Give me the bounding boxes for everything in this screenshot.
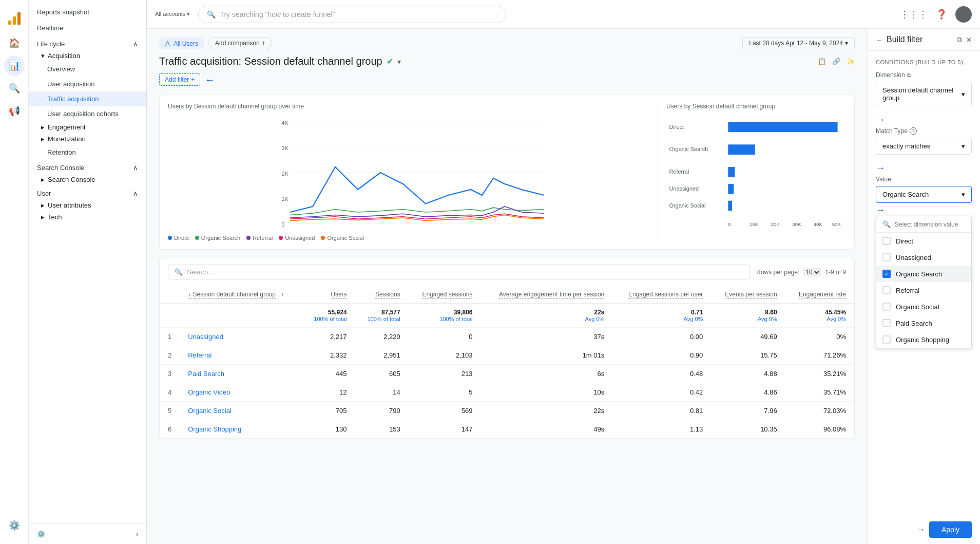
nav-settings-icon[interactable]: ⚙️ [4, 515, 25, 536]
th-engagement-rate[interactable]: Engagement rate [785, 286, 854, 304]
cell-avg-engagement: 22s [481, 402, 612, 420]
share-icon[interactable]: 🔗 [832, 58, 840, 65]
search-bar[interactable]: 🔍 Try searching "how to create funnel" [198, 6, 506, 23]
topbar: All accounts ▾ 🔍 Try searching "how to c… [147, 0, 980, 29]
nav-advertising-icon[interactable]: 📢 [4, 101, 25, 121]
dropdown-search-box[interactable]: 🔍 [876, 216, 971, 233]
checkbox-direct[interactable] [882, 237, 891, 245]
sidebar-item-traffic-acquisition[interactable]: Traffic acquisition [29, 91, 146, 106]
th-channel[interactable]: ↓ Session default channel group + [180, 286, 301, 304]
apply-button[interactable]: Apply [929, 521, 972, 538]
title-actions: 📋 🔗 ✨ [818, 58, 855, 65]
cell-avg-engagement: 6s [481, 365, 612, 383]
th-add-dimension-icon[interactable]: + [280, 291, 284, 298]
sidebar-item-overview[interactable]: Overview [29, 62, 146, 77]
filter-matchtype-select[interactable]: exactly matches ▾ [876, 138, 972, 155]
nav-explore-icon[interactable]: 🔍 [4, 78, 25, 99]
dropdown-item-organic-social[interactable]: Organic Social [876, 298, 971, 315]
rows-per-page-select[interactable]: 10 25 50 [803, 268, 821, 276]
date-range-picker[interactable]: Last 28 days Apr 12 - May 9, 2024 ▾ [742, 37, 855, 49]
checkbox-organic-social[interactable] [882, 303, 891, 311]
panel-body: CONDITIONS (BUILD UP TO 5) Dimension ⧉ S… [868, 51, 980, 515]
th-events-per-session[interactable]: Events per session [711, 286, 785, 304]
dropdown-item-unassigned[interactable]: Unassigned [876, 249, 971, 266]
sidebar-item-search-console[interactable]: ▸ Search Console [29, 174, 146, 185]
nav-reports-icon[interactable]: 📊 [4, 55, 25, 76]
dropdown-search-icon: 🔍 [882, 220, 891, 228]
segment-badge[interactable]: A All Users [159, 37, 204, 49]
panel-back-button[interactable]: ← [876, 36, 882, 44]
th-users[interactable]: Users [301, 286, 355, 304]
all-accounts-label[interactable]: All accounts ▾ [155, 11, 190, 17]
filter-value-select[interactable]: Organic Search ▾ [876, 186, 972, 203]
th-engaged-sessions[interactable]: Engaged sessions [409, 286, 481, 304]
dropdown-item-paid-search[interactable]: Paid Search [876, 315, 971, 331]
sidebar-item-engagement[interactable]: ▸ Engagement [29, 121, 146, 133]
cell-channel[interactable]: Organic Video [180, 383, 301, 402]
th-sessions[interactable]: Sessions [355, 286, 409, 304]
add-comparison-button[interactable]: Add comparison + [208, 37, 272, 49]
chart-divider [658, 103, 658, 241]
sidebar-section-search-console[interactable]: Search Console ∧ [29, 160, 146, 174]
cell-engaged-per-user: 1.13 [612, 420, 711, 439]
add-filter-button[interactable]: Add filter + [159, 73, 200, 86]
table-row: 5 Organic Social 705 790 569 22s 0.81 7.… [160, 402, 854, 420]
cell-sessions: 790 [355, 402, 409, 420]
panel-copy-icon[interactable]: ⧉ [957, 35, 962, 44]
table-row: 4 Organic Video 12 14 5 10s 0.42 4.86 35… [160, 383, 854, 402]
checkbox-organic-search[interactable]: ✓ [882, 270, 891, 278]
cell-channel[interactable]: Referral [180, 346, 301, 365]
dropdown-item-organic-search[interactable]: ✓ Organic Search [876, 266, 971, 282]
checkbox-unassigned[interactable] [882, 253, 891, 261]
sidebar-item-user-acquisition-cohorts[interactable]: User acquisition cohorts [29, 106, 146, 121]
sidebar-section-user[interactable]: User ∧ [29, 185, 146, 199]
title-dropdown-icon[interactable]: ▾ [397, 58, 401, 66]
cell-channel[interactable]: Unassigned [180, 328, 301, 346]
dropdown-search-input[interactable] [895, 221, 965, 228]
cell-channel[interactable]: Organic Social [180, 402, 301, 420]
sidebar-section-lifecycle[interactable]: Life cycle ∧ [29, 36, 146, 50]
sidebar-item-user-attributes[interactable]: ▸ User attributes [29, 199, 146, 211]
sidebar-item-acquisition[interactable]: ▾ Acquisition [29, 50, 146, 62]
line-chart-title: Users by Session default channel group o… [168, 103, 649, 110]
sidebar-item-tech[interactable]: ▸ Tech [29, 211, 146, 223]
th-engaged-per-user[interactable]: Engaged sessions per user [612, 286, 711, 304]
matchtype-info-icon[interactable]: ? [910, 127, 917, 135]
insights-icon[interactable]: ✨ [847, 58, 855, 65]
cell-avg-engagement: 1m 01s [481, 346, 612, 365]
value-dropdown-icon: ▾ [962, 191, 965, 198]
sidebar-item-monetization[interactable]: ▸ Monetization [29, 133, 146, 145]
panel-close-button[interactable]: ✕ [966, 36, 972, 44]
analytics-logo-icon [6, 10, 23, 27]
sidebar-collapse-button[interactable]: ‹ [136, 530, 138, 538]
dimension-copy-icon[interactable]: ⧉ [907, 72, 911, 79]
sidebar-item-realtime[interactable]: Realtime [29, 20, 146, 36]
dropdown-item-organic-shopping[interactable]: Organic Shopping [876, 331, 971, 348]
apps-grid-icon[interactable]: ⋮⋮⋮ [900, 9, 928, 20]
sidebar-item-user-acquisition[interactable]: User acquisition [29, 77, 146, 91]
nav-home-icon[interactable]: 🏠 [4, 33, 25, 53]
legend-unassigned: Unassigned [279, 235, 315, 241]
cell-engagement-rate: 96.08% [785, 420, 854, 439]
cell-events-per-session: 4.86 [711, 383, 785, 402]
svg-rect-2 [17, 12, 21, 25]
sidebar-item-reports-snapshot[interactable]: Reports snapshot [29, 4, 146, 20]
checkbox-organic-shopping[interactable] [882, 335, 891, 344]
dropdown-item-referral[interactable]: Referral [876, 282, 971, 298]
dropdown-item-direct[interactable]: Direct [876, 233, 971, 249]
customize-icon[interactable]: 📋 [818, 58, 826, 65]
table-search-input[interactable]: 🔍 Search... [168, 265, 750, 279]
cell-events-per-session: 10.35 [711, 420, 785, 439]
th-avg-engagement[interactable]: Average engagement time per session [481, 286, 612, 304]
checkbox-referral[interactable] [882, 286, 891, 294]
help-icon[interactable]: ❓ [936, 9, 947, 20]
cell-channel[interactable]: Organic Shopping [180, 420, 301, 439]
checkbox-paid-search[interactable] [882, 319, 891, 327]
filter-dimension-select[interactable]: Session default channel group ▾ [876, 82, 972, 106]
svg-text:21: 21 [358, 228, 364, 230]
cell-channel[interactable]: Paid Search [180, 365, 301, 383]
user-avatar[interactable] [955, 6, 972, 23]
sidebar-item-retention[interactable]: Retention [29, 145, 146, 160]
settings-icon[interactable]: ⚙️ [37, 530, 45, 538]
cell-avg-engagement: 10s [481, 383, 612, 402]
